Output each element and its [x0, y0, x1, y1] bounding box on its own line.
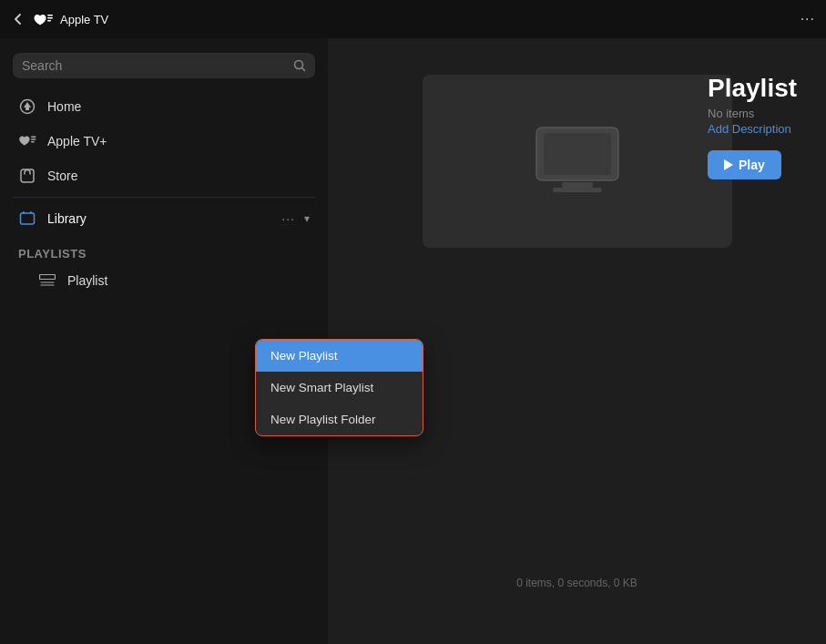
top-bar: Apple TV ··· [0, 0, 826, 38]
playlist-list-item[interactable]: Playlist [5, 264, 322, 297]
appletv-label: Apple TV+ [47, 134, 107, 148]
svg-rect-7 [31, 137, 36, 138]
appletv-icon [18, 132, 36, 150]
play-label: Play [739, 158, 765, 172]
sidebar-item-appletv[interactable]: Apple TV+ [5, 124, 322, 158]
playlist-title: Playlist [708, 75, 817, 103]
library-row-left: Library [18, 210, 87, 228]
sidebar-item-home[interactable]: Home [5, 89, 322, 124]
new-smart-playlist-item[interactable]: New Smart Playlist [256, 372, 423, 404]
sidebar-item-library[interactable]: Library ··· ▾ [5, 201, 322, 236]
svg-rect-16 [544, 133, 611, 175]
svg-rect-8 [31, 138, 36, 139]
library-ellipsis-button[interactable]: ··· [278, 210, 299, 228]
sidebar-divider [13, 197, 315, 198]
svg-rect-9 [31, 141, 35, 142]
home-label: Home [47, 99, 81, 114]
svg-marker-5 [24, 102, 31, 107]
svg-rect-1 [47, 17, 53, 19]
store-icon [18, 167, 36, 185]
svg-rect-10 [21, 169, 34, 182]
top-bar-left: Apple TV [11, 12, 330, 26]
library-chevron-button[interactable]: ▾ [304, 212, 310, 225]
svg-rect-0 [47, 15, 53, 16]
library-row-right: ··· ▾ [278, 210, 310, 228]
library-label: Library [47, 211, 87, 226]
add-description-link[interactable]: Add Description [708, 122, 817, 136]
playlist-item-label: Playlist [67, 273, 107, 288]
search-container [0, 46, 328, 89]
svg-rect-12 [40, 275, 56, 280]
playlist-thumbnail [423, 75, 732, 248]
play-button[interactable]: Play [708, 150, 781, 179]
svg-rect-18 [553, 188, 602, 192]
app-title: Apple TV [60, 13, 108, 26]
search-input-wrapper[interactable] [13, 53, 315, 78]
home-icon [18, 97, 36, 116]
svg-rect-17 [562, 182, 593, 188]
svg-rect-2 [47, 20, 51, 22]
right-info-panel: Playlist No items Add Description Play [699, 75, 826, 179]
playlists-label: Playlists [18, 247, 87, 261]
main-layout: Home Apple TV+ Store [0, 38, 826, 644]
playlists-section: Playlists Playlist [0, 236, 328, 301]
status-text: 0 items, 0 seconds, 0 KB [516, 577, 637, 589]
svg-rect-11 [21, 213, 35, 224]
search-icon [293, 59, 306, 72]
search-input[interactable] [22, 58, 286, 73]
back-button[interactable] [11, 12, 25, 26]
sidebar: Home Apple TV+ Store [0, 38, 328, 644]
store-label: Store [47, 169, 77, 183]
svg-marker-19 [724, 159, 733, 170]
status-bar: 0 items, 0 seconds, 0 KB [516, 577, 637, 589]
playlist-item-icon [38, 271, 56, 290]
no-items-text: No items [708, 107, 817, 120]
library-icon [18, 210, 36, 228]
new-playlist-folder-item[interactable]: New Playlist Folder [256, 404, 423, 435]
svg-rect-6 [25, 107, 29, 110]
apple-tv-logo [33, 13, 53, 26]
new-playlist-dropdown: New Playlist New Smart Playlist New Play… [255, 339, 423, 436]
top-ellipsis-button[interactable]: ··· [801, 11, 815, 27]
playlists-header: Playlists [0, 240, 328, 264]
sidebar-item-store[interactable]: Store [5, 158, 322, 193]
new-playlist-item[interactable]: New Playlist [256, 340, 423, 372]
tv-icon [527, 120, 627, 202]
